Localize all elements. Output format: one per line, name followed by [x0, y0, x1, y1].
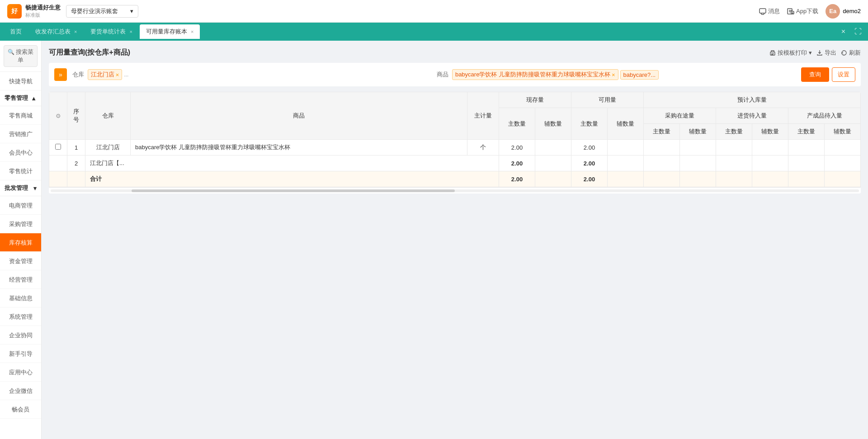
- col-planned-header: 预计入库量: [644, 92, 861, 108]
- subtotal-row: 2 江北门店【... 2.00 2.00: [49, 156, 861, 171]
- tab-close-all-button[interactable]: ×: [839, 27, 848, 37]
- sidebar-search-area: 🔍 搜索菜单: [0, 41, 41, 72]
- export-button[interactable]: 导出: [816, 49, 836, 57]
- row-check[interactable]: [49, 140, 67, 156]
- sidebar-item-operations[interactable]: 经营管理: [0, 270, 41, 289]
- warehouse-tag[interactable]: 江北门店 ×: [88, 69, 123, 80]
- sidebar-item-inventory[interactable]: 库存核算: [0, 233, 41, 252]
- col-production-aux-header: 辅数量: [825, 124, 861, 140]
- product-tag-2[interactable]: babycare?...: [620, 70, 659, 80]
- filter-bar: » 仓库 江北门店 × ... 商品 babycare学饮杯 儿童防摔防撞吸管杯…: [49, 63, 861, 86]
- svg-rect-0: [760, 9, 766, 13]
- content-area: 可用量查询(按仓库+商品) 按模板打印 ▾ 导出 刷新 »: [42, 41, 868, 439]
- tab-receive[interactable]: 收发存汇总表 ×: [29, 24, 83, 39]
- chevron-icon: ▲: [31, 95, 37, 102]
- row-purchase-main: [644, 140, 680, 156]
- total-stock-main: 2.00: [499, 171, 535, 187]
- row-unit: 个: [467, 140, 499, 156]
- row-purchase-aux: [680, 140, 716, 156]
- sidebar-item-marketing[interactable]: 营销推广: [0, 125, 41, 143]
- filter-toggle-button[interactable]: »: [54, 68, 67, 81]
- data-table: ⚙ 序号 仓库 商品 主计量 现存量 可用量 预计入库量 主数量 辅数量 主数量: [49, 92, 861, 187]
- total-row: 合计 2.00 2.00: [49, 171, 861, 187]
- warehouse-tag-close[interactable]: ×: [116, 71, 119, 78]
- sidebar-item-purchase[interactable]: 采购管理: [0, 215, 41, 233]
- col-stock-header: 现存量: [499, 92, 571, 108]
- message-button[interactable]: 消息: [759, 7, 780, 15]
- top-bar-right: 消息 App下载 Ea demo2: [759, 4, 861, 19]
- tab-order-close[interactable]: ×: [129, 29, 132, 34]
- page-actions: 按模板打印 ▾ 导出 刷新: [769, 49, 861, 57]
- subtotal-label: 江北门店【...: [85, 156, 499, 171]
- product-tag-1-close[interactable]: ×: [612, 71, 615, 78]
- gear-icon[interactable]: ⚙: [54, 112, 62, 120]
- row-stock-aux: [535, 140, 571, 156]
- print-button[interactable]: 按模板打印 ▾: [769, 49, 812, 57]
- avatar: Ea: [826, 4, 840, 19]
- row-production-main: [788, 140, 825, 156]
- export-icon: [816, 50, 823, 56]
- total-label: 合计: [85, 171, 499, 187]
- scrollbar-track: [51, 189, 859, 192]
- page-header: 可用量查询(按仓库+商品) 按模板打印 ▾ 导出 刷新: [49, 48, 861, 57]
- col-purchase-main-header: 主数量: [644, 124, 680, 140]
- scrollbar-thumb[interactable]: [132, 189, 455, 192]
- sidebar-item-system[interactable]: 系统管理: [0, 307, 41, 326]
- sidebar-item-retail-shop[interactable]: 零售商城: [0, 106, 41, 125]
- sidebar-item-wecom[interactable]: 企业微信: [0, 382, 41, 400]
- chevron-down-icon: ▾: [130, 8, 133, 14]
- tab-inventory-close[interactable]: ×: [191, 29, 193, 34]
- sidebar-item-enterprise[interactable]: 企业协同: [0, 326, 41, 345]
- tab-order[interactable]: 要货单统计表 ×: [84, 24, 138, 39]
- warehouse-more[interactable]: ...: [124, 71, 128, 78]
- row-production-aux: [825, 140, 861, 156]
- col-production-header: 产成品待入量: [788, 108, 861, 124]
- download-icon: [787, 8, 794, 15]
- subtotal-avail-main: 2.00: [571, 156, 608, 171]
- sidebar-item-retail-stats[interactable]: 零售统计: [0, 162, 41, 180]
- logo-icon: 好: [7, 4, 22, 19]
- sidebar-item-guide[interactable]: 新手引导: [0, 345, 41, 363]
- download-button[interactable]: App下载: [787, 7, 818, 15]
- sidebar-item-ecommerce[interactable]: 电商管理: [0, 196, 41, 215]
- main-layout: 🔍 搜索菜单 快捷导航 零售管理 ▲ 零售商城 营销推广 会员中心 零售统计 批…: [0, 41, 868, 439]
- top-bar-left: 好 畅捷通好生意 标准版 母婴行业演示账套 ▾: [7, 4, 138, 19]
- user-menu[interactable]: Ea demo2: [826, 4, 861, 19]
- sidebar-item-changyuanmember[interactable]: 畅会员: [0, 400, 41, 419]
- tab-nav: 首页 收发存汇总表 × 要货单统计表 × 可用量库存账本 × × ⛶: [0, 23, 868, 41]
- horizontal-scrollbar[interactable]: [49, 187, 861, 194]
- print-icon: [769, 50, 776, 56]
- tab-inventory[interactable]: 可用量库存账本 ×: [140, 24, 200, 39]
- industry-selector[interactable]: 母婴行业演示账套 ▾: [66, 5, 138, 18]
- sidebar-item-basic[interactable]: 基础信息: [0, 289, 41, 307]
- refresh-button[interactable]: 刷新: [841, 49, 861, 57]
- query-button[interactable]: 查询: [801, 67, 829, 82]
- col-stock-main-header: 主数量: [499, 108, 535, 140]
- search-menu-button[interactable]: 🔍 搜索菜单: [4, 45, 38, 67]
- subtotal-no: 2: [67, 156, 85, 171]
- total-avail-main: 2.00: [571, 171, 608, 187]
- chevron-down-icon: ▾: [809, 49, 812, 56]
- row-product: babycare学饮杯 儿童防摔防撞吸管杯重力球吸嘴杯宝宝水杯: [131, 140, 467, 156]
- row-incoming-main: [716, 140, 752, 156]
- sidebar-item-appcenter[interactable]: 应用中心: [0, 363, 41, 382]
- chevron-icon: ▾: [33, 185, 37, 192]
- col-incoming-header: 进货待入量: [716, 108, 788, 124]
- page-title: 可用量查询(按仓库+商品): [49, 48, 130, 57]
- message-icon: [759, 8, 766, 15]
- col-available-header: 可用量: [571, 92, 644, 108]
- tab-receive-close[interactable]: ×: [74, 29, 77, 34]
- sidebar-item-finance[interactable]: 资金管理: [0, 252, 41, 270]
- tab-home[interactable]: 首页: [4, 24, 28, 39]
- sidebar-section-wholesale[interactable]: 批发管理 ▾: [0, 180, 41, 196]
- col-no-header: 序号: [67, 92, 85, 140]
- logo-text: 畅捷通好生意 标准版: [25, 4, 61, 18]
- row-checkbox[interactable]: [55, 144, 61, 150]
- sidebar-item-quicknav[interactable]: 快捷导航: [0, 72, 41, 90]
- sidebar-item-member[interactable]: 会员中心: [0, 143, 41, 162]
- product-tag-1[interactable]: babycare学饮杯 儿童防摔防撞吸管杯重力球吸嘴杯宝宝水杯 ×: [452, 69, 618, 80]
- sidebar-section-retail[interactable]: 零售管理 ▲: [0, 90, 41, 106]
- tab-expand-button[interactable]: ⛶: [852, 27, 864, 37]
- filter-product-group: 商品 babycare学饮杯 儿童防摔防撞吸管杯重力球吸嘴杯宝宝水杯 × bab…: [437, 69, 796, 80]
- settings-button[interactable]: 设置: [832, 67, 855, 82]
